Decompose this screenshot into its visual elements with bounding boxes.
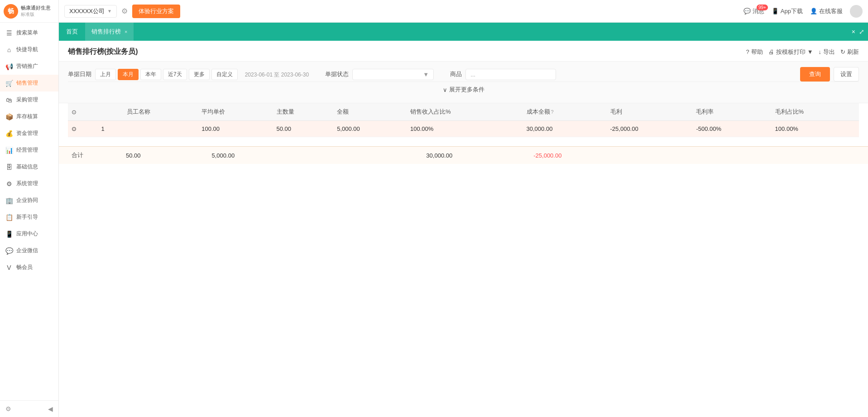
tab-home[interactable]: 首页: [59, 23, 85, 41]
sidebar-item-member[interactable]: V 畅会员: [0, 259, 58, 276]
tabbar-actions: × ⤢: [852, 28, 868, 35]
main: XXXXXX公司 ▼ ⚙ 体验行业方案 💬 消息 99+ 📱 App下载 👤 在…: [59, 0, 868, 417]
export-button[interactable]: ↓ 导出: [819, 48, 835, 56]
tab-sales-ranking[interactable]: 销售排行榜 ×: [85, 23, 134, 41]
data-table-container: ⊙员工名称平均单价主数量全额销售收入占比%成本全额?毛利毛利率毛利占比% ⊙11…: [59, 103, 868, 146]
header-actions: ? 帮助 🖨 按模板打印 ▼ ↓ 导出 ↻ 刷新: [746, 48, 859, 56]
expand-filters-button[interactable]: ∨ 展开更多条件: [443, 86, 484, 94]
tab-label: 销售排行榜: [91, 28, 121, 36]
trial-button[interactable]: 体验行业方案: [132, 5, 180, 18]
logo-text-block: 畅康通好生意 标准版: [21, 5, 51, 17]
tab-close-icon[interactable]: ×: [125, 29, 127, 34]
settings-icon[interactable]: ⚙: [5, 405, 11, 412]
service-label: 在线客服: [819, 7, 843, 15]
sidebar-label-shortcut: 快捷导航: [16, 46, 38, 53]
company-selector[interactable]: XXXXXX公司 ▼: [64, 5, 117, 18]
date-btn-自定义[interactable]: 自定义: [211, 69, 238, 80]
footer-qty: 50.00: [126, 152, 212, 159]
col-tooltip-icon-cost[interactable]: ?: [551, 109, 554, 115]
cell-cost: 30,000.00: [523, 121, 607, 137]
sidebar-item-operations[interactable]: 📊 经营管理: [0, 142, 58, 158]
help-icon: ?: [746, 48, 749, 55]
tab-minimize-icon[interactable]: ×: [852, 28, 855, 35]
sidebar-item-shortcut[interactable]: ⌂ 快捷导航: [0, 41, 58, 58]
sidebar-nav: ☰ 搜索菜单 ⌂ 快捷导航 📢 营销推广 🛒 销售管理 🛍 采购管理 📦 库存核…: [0, 23, 58, 400]
date-range-display: 2023-06-01 至 2023-06-30: [245, 70, 309, 79]
sidebar-label-apps: 应用中心: [16, 230, 38, 238]
collapse-icon[interactable]: ◀: [48, 405, 53, 412]
online-service-button[interactable]: 👤 在线客服: [810, 7, 843, 15]
sidebar-item-enterprise[interactable]: 🏢 企业协同: [0, 192, 58, 209]
sidebar-icon-apps: 📱: [5, 230, 13, 238]
date-btn-近7天[interactable]: 近7天: [163, 69, 187, 80]
page-container: 销售排行榜(按业务员) ? 帮助 🖨 按模板打印 ▼ ↓ 导出: [59, 41, 868, 417]
sidebar-icon-shortcut: ⌂: [5, 46, 13, 53]
help-button[interactable]: ? 帮助: [746, 48, 762, 56]
date-btn-上月[interactable]: 上月: [95, 69, 116, 80]
date-btn-本月[interactable]: 本月: [118, 69, 139, 80]
sidebar-item-wechat[interactable]: 💬 企业微信: [0, 242, 58, 259]
sidebar-item-purchase[interactable]: 🛍 采购管理: [0, 91, 58, 108]
footer-label: 合计: [72, 151, 126, 159]
status-selector[interactable]: ▼: [352, 69, 434, 80]
sidebar-item-system[interactable]: ⚙ 系统管理: [0, 175, 58, 192]
logo-icon: 畅: [4, 4, 18, 19]
date-btn-本年[interactable]: 本年: [140, 69, 161, 80]
col-header-icon: ⊙: [68, 103, 98, 121]
print-label: 按模板打印: [776, 48, 806, 56]
sidebar-footer: ⚙ ◀: [0, 400, 58, 417]
footer-cost: 30,000.00: [426, 152, 533, 159]
sidebar-item-apps[interactable]: 📱 应用中心: [0, 225, 58, 242]
filter-row-1: 单据日期 上月本月本年近7天更多自定义 2023-06-01 至 2023-06…: [68, 67, 859, 81]
tab-maximize-icon[interactable]: ⤢: [859, 28, 864, 35]
cell-rank: 1: [98, 121, 123, 137]
col-header-qty: 主数量: [273, 103, 334, 121]
goods-input[interactable]: ...: [465, 69, 556, 80]
query-button[interactable]: 查询: [800, 67, 830, 81]
print-icon: 🖨: [768, 48, 774, 55]
expand-chevron: ∨: [443, 86, 447, 93]
topbar: XXXXXX公司 ▼ ⚙ 体验行业方案 💬 消息 99+ 📱 App下载 👤 在…: [59, 0, 868, 23]
sidebar-item-guide[interactable]: 📋 新手引导: [0, 209, 58, 225]
table-footer: 合计 50.00 5,000.00 30,000.00 -25,000.00: [59, 146, 868, 164]
table-head: ⊙员工名称平均单价主数量全额销售收入占比%成本全额?毛利毛利率毛利占比%: [68, 103, 859, 121]
cell-gross_rate: -500.00%: [692, 121, 771, 137]
sidebar-item-sales[interactable]: 🛒 销售管理: [0, 75, 58, 91]
sidebar-icon-marketing: 📢: [5, 63, 13, 70]
sales-ranking-table: ⊙员工名称平均单价主数量全额销售收入占比%成本全额?毛利毛利率毛利占比% ⊙11…: [68, 103, 859, 137]
sidebar-icon-guide: 📋: [5, 214, 13, 221]
print-button[interactable]: 🖨 按模板打印 ▼: [768, 48, 813, 56]
company-name: XXXXXX公司: [69, 7, 105, 15]
cell-sales_pct: 100.00%: [407, 121, 523, 137]
logo: 畅 畅康通好生意 标准版: [0, 0, 58, 23]
cell-qty: 50.00: [273, 121, 334, 137]
sidebar-item-inventory[interactable]: 📦 库存核算: [0, 108, 58, 125]
expand-filters-row: ∨ 展开更多条件: [68, 81, 859, 97]
cell-icon: ⊙: [68, 121, 98, 137]
app-label: App下载: [781, 7, 803, 15]
date-btn-更多[interactable]: 更多: [189, 69, 210, 80]
col-header-avg_price: 平均单价: [198, 103, 273, 121]
sidebar-label-purchase: 采购管理: [16, 96, 38, 104]
sidebar-item-finance[interactable]: 💰 资金管理: [0, 125, 58, 142]
page-title: 销售排行榜(按业务员): [68, 47, 138, 57]
app-download-button[interactable]: 📱 App下载: [772, 7, 803, 15]
message-button[interactable]: 💬 消息 99+: [743, 7, 764, 15]
topbar-settings-icon[interactable]: ⚙: [121, 7, 128, 15]
user-avatar[interactable]: [850, 5, 863, 18]
col-header-cost: 成本全额?: [523, 103, 607, 121]
filter-settings-button[interactable]: 设置: [834, 67, 859, 81]
sidebar-item-basic[interactable]: 🗄 基础信息: [0, 158, 58, 175]
footer-amount: 5,000.00: [212, 152, 319, 159]
topbar-right: 💬 消息 99+ 📱 App下载 👤 在线客服: [743, 5, 863, 18]
sidebar-label-finance: 资金管理: [16, 129, 38, 137]
msg-badge: 99+: [757, 5, 768, 10]
footer-gross: -25,000.00: [533, 152, 641, 159]
logo-sub: 标准版: [21, 11, 51, 18]
sidebar-item-marketing[interactable]: 📢 营销推广: [0, 58, 58, 75]
col-header-gross: 毛利: [607, 103, 693, 121]
refresh-button[interactable]: ↻ 刷新: [840, 48, 859, 56]
col-header-amount: 全额: [333, 103, 407, 121]
col-header-rank: [98, 103, 123, 121]
sidebar-item-search[interactable]: ☰ 搜索菜单: [0, 24, 58, 41]
